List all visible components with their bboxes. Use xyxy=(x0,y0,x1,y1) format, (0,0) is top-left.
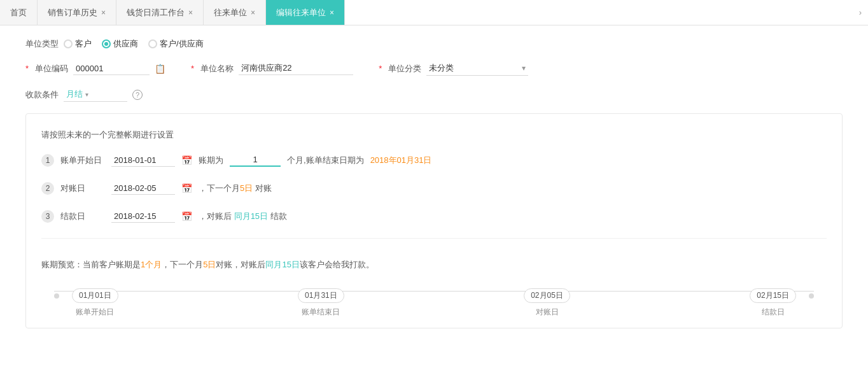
unit-code-calendar-icon[interactable]: 📋 xyxy=(155,64,165,74)
payment-date-input[interactable] xyxy=(111,210,175,223)
tab-bar: 首页 销售订单历史 × 钱货日清工作台 × 往来单位 × 编辑往来单位 × › xyxy=(0,0,868,25)
unit-classify-value: 未分类 xyxy=(429,62,454,74)
timeline-item-0: 01月01日 账单开始日 xyxy=(72,288,118,318)
main-content: 单位类型 客户 供应商 客户/供应商 * 单位编码 📋 * xyxy=(0,25,868,387)
tab-sales-order-history[interactable]: 销售订单历史 × xyxy=(38,0,116,25)
unit-code-label: 单位编码 xyxy=(35,63,68,74)
payment-day-highlight: 同月15日 xyxy=(234,211,268,221)
radio-supplier[interactable]: 供应商 xyxy=(102,38,138,50)
timeline-label-0: 账单开始日 xyxy=(76,307,114,318)
preview-sep2: 对账，对账后 xyxy=(216,260,265,269)
row-num-2: 2 xyxy=(41,182,54,195)
preview-part1: 1个月 xyxy=(141,260,162,269)
radio-customer-circle xyxy=(64,39,73,48)
payment-help-icon[interactable]: ? xyxy=(132,90,143,100)
row-num-1: 1 xyxy=(41,154,54,167)
unit-type-radio-group: 客户 供应商 客户/供应商 xyxy=(64,38,204,50)
setting-row-3: 3 结款日 📅 ，对账后 同月15日 结款 xyxy=(41,210,827,223)
settings-card: 请按照未来的一个完整帐期进行设置 1 账单开始日 📅 账期为 个月,账单结束日期… xyxy=(25,113,843,328)
tab-sales-label: 销售订单历史 xyxy=(48,7,97,18)
unit-type-row: 单位类型 客户 供应商 客户/供应商 xyxy=(25,38,843,50)
unit-classify-label: 单位分类 xyxy=(388,63,421,74)
tab-more-arrow[interactable]: › xyxy=(853,0,868,25)
timeline-badge-0: 01月01日 xyxy=(72,288,118,303)
preview-part2: 5日 xyxy=(203,260,216,269)
payment-cond-label: 收款条件 xyxy=(25,89,59,101)
start-date-cal-icon[interactable]: 📅 xyxy=(181,155,192,165)
tab-partner-close-icon[interactable]: × xyxy=(251,8,255,17)
tab-edit-partner-label: 编辑往来单位 xyxy=(276,7,326,18)
unit-classify-star: * xyxy=(379,64,382,73)
preview-text: 账期预览：当前客户账期是1个月，下一个月5日对账，对账后同月15日该客户会给我打… xyxy=(41,259,827,271)
unit-classify-select[interactable]: 未分类 ▾ xyxy=(426,61,528,76)
radio-customer-supplier-circle xyxy=(148,39,157,48)
payment-cond-row: 收款条件 月结 ▾ ? xyxy=(25,87,843,102)
preview-part3: 同月15日 xyxy=(265,260,299,269)
timeline-right-dot xyxy=(809,293,814,299)
preview-label: 账期预览：当前客户账期是 xyxy=(41,260,141,269)
timeline-item-1: 01月31日 账单结束日 xyxy=(298,288,344,318)
tab-cash-ledger[interactable]: 钱货日清工作台 × xyxy=(116,0,204,25)
radio-customer-supplier[interactable]: 客户/供应商 xyxy=(148,38,204,50)
radio-customer-supplier-label: 客户/供应商 xyxy=(160,38,204,50)
payment-desc: ，对账后 同月15日 结款 xyxy=(199,211,287,222)
unit-name-group: * 单位名称 xyxy=(191,62,353,75)
unit-code-group: * 单位编码 📋 xyxy=(25,62,165,75)
tab-edit-partner-unit[interactable]: 编辑往来单位 × xyxy=(266,0,345,25)
period-input[interactable] xyxy=(230,153,281,167)
card-title: 请按照未来的一个完整帐期进行设置 xyxy=(41,129,827,141)
timeline-item-2: 02月05日 对账日 xyxy=(524,288,570,318)
unit-code-input[interactable] xyxy=(73,62,150,75)
payment-cond-select[interactable]: 月结 ▾ xyxy=(64,87,127,102)
row-num-3: 3 xyxy=(41,210,54,223)
timeline-badge-3: 02月15日 xyxy=(750,288,796,303)
payment-date-cal-icon[interactable]: 📅 xyxy=(181,211,192,222)
unit-name-label: 单位名称 xyxy=(200,63,234,74)
unit-name-input[interactable] xyxy=(239,62,353,75)
tab-sales-close-icon[interactable]: × xyxy=(101,8,106,17)
period-desc-before: 账期为 xyxy=(199,155,223,166)
setting-row-2: 2 对账日 📅 ，下一个月5日 对账 xyxy=(41,182,827,195)
timeline-left-dot xyxy=(54,293,59,299)
setting-row-1: 1 账单开始日 📅 账期为 个月,账单结束日期为 2018年01月31日 xyxy=(41,153,827,167)
row-label-2: 对账日 xyxy=(60,183,105,194)
radio-supplier-circle xyxy=(102,39,111,48)
radio-customer[interactable]: 客户 xyxy=(64,38,92,50)
timeline-label-2: 对账日 xyxy=(536,307,559,318)
classify-dropdown-icon: ▾ xyxy=(522,64,526,73)
radio-customer-label: 客户 xyxy=(75,38,92,50)
tab-partner-label: 往来单位 xyxy=(214,7,247,18)
timeline-container: 01月01日 账单开始日 01月31日 账单结束日 02月05日 对账日 02月… xyxy=(41,283,827,318)
row-label-1: 账单开始日 xyxy=(60,155,105,166)
tab-partner-unit[interactable]: 往来单位 × xyxy=(204,0,266,25)
tab-cash-label: 钱货日清工作台 xyxy=(127,7,185,18)
timeline-item-3: 02月15日 结款日 xyxy=(750,288,796,318)
start-date-input[interactable] xyxy=(111,154,175,167)
tab-home[interactable]: 首页 xyxy=(0,0,38,25)
tab-home-label: 首页 xyxy=(10,7,27,18)
preview-sep3: 该客户会给我打款。 xyxy=(300,260,374,269)
reconcile-date-input[interactable] xyxy=(111,182,175,195)
period-end-date: 2018年01月31日 xyxy=(370,155,432,166)
reconcile-date-cal-icon[interactable]: 📅 xyxy=(181,183,192,194)
period-desc-after: 个月,账单结束日期为 xyxy=(287,155,364,166)
preview-section: 账期预览：当前客户账期是1个月，下一个月5日对账，对账后同月15日该客户会给我打… xyxy=(41,249,827,318)
timeline-badge-1: 01月31日 xyxy=(298,288,344,303)
preview-sep1: ，下一个月 xyxy=(162,260,203,269)
reconcile-day-highlight: 5日 xyxy=(240,183,253,193)
unit-info-row: * 单位编码 📋 * 单位名称 * 单位分类 未分类 ▾ xyxy=(25,61,843,76)
payment-cond-dropdown-icon: ▾ xyxy=(85,91,88,98)
timeline-label-3: 结款日 xyxy=(762,307,785,318)
radio-supplier-label: 供应商 xyxy=(113,38,138,50)
payment-cond-value: 月结 xyxy=(66,88,83,100)
tab-edit-partner-close-icon[interactable]: × xyxy=(330,8,334,17)
timeline-badge-2: 02月05日 xyxy=(524,288,570,303)
row-label-3: 结款日 xyxy=(60,211,105,222)
unit-type-label: 单位类型 xyxy=(25,38,59,50)
tab-cash-close-icon[interactable]: × xyxy=(188,8,193,17)
unit-code-star: * xyxy=(25,64,29,73)
reconcile-desc: ，下一个月5日 对账 xyxy=(199,183,272,194)
timeline-items: 01月01日 账单开始日 01月31日 账单结束日 02月05日 对账日 02月… xyxy=(59,288,809,318)
timeline-label-1: 账单结束日 xyxy=(302,307,340,318)
unit-name-star: * xyxy=(191,64,194,73)
